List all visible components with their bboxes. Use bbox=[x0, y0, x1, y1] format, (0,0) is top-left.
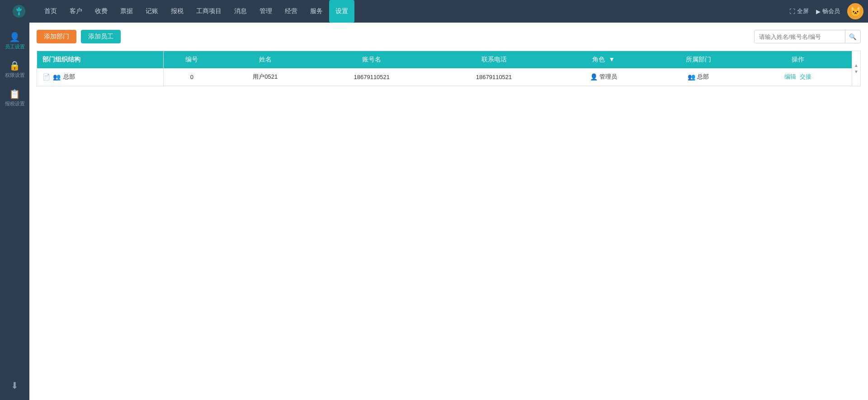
table-body: 0 用户0521 18679110521 18679110521 👤 管理员 👥… bbox=[164, 68, 852, 86]
nav-tax[interactable]: 报税 bbox=[165, 0, 190, 23]
dept-tree-header: 部门组织结构 bbox=[37, 51, 163, 68]
nav-service[interactable]: 服务 bbox=[304, 0, 329, 23]
col-phone: 联系电话 bbox=[433, 51, 555, 68]
sidebar-item-employee[interactable]: 👤 员工设置 bbox=[0, 27, 29, 56]
tax-setting-icon: 📋 bbox=[9, 89, 20, 99]
cell-account: 18679110521 bbox=[311, 68, 433, 86]
nav-settings[interactable]: 设置 bbox=[329, 0, 354, 23]
dept-tree-item-root[interactable]: 📄 👥 总部 bbox=[37, 68, 163, 85]
toolbar: 添加部门 添加员工 🔍 bbox=[37, 30, 861, 43]
cell-name: 用户0521 bbox=[220, 68, 311, 86]
role-person-icon: 👤 bbox=[590, 73, 598, 80]
dept-user-icon: 👥 bbox=[688, 73, 695, 80]
filter-icon[interactable]: ▼ bbox=[609, 56, 615, 63]
col-account: 账号名 bbox=[311, 51, 433, 68]
sidebar-item-tax-setting[interactable]: 📋 报税设置 bbox=[0, 84, 29, 113]
cell-id: 0 bbox=[164, 68, 220, 86]
employee-icon: 👤 bbox=[9, 33, 20, 42]
search-box: 🔍 bbox=[754, 30, 861, 43]
table-area: 部门组织结构 📄 👥 总部 编号 姓名 账号名 联系电话 bbox=[37, 51, 861, 86]
nav-business[interactable]: 工商项目 bbox=[190, 0, 228, 23]
sidebar-label-employee: 员工设置 bbox=[5, 43, 25, 50]
fullscreen-label: 全屏 bbox=[797, 7, 809, 15]
cell-dept: 👥 总部 bbox=[652, 68, 745, 86]
sidebar-item-permission[interactable]: 🔒 权限设置 bbox=[0, 56, 29, 84]
employee-table: 编号 姓名 账号名 联系电话 角色 ▼ 所属部门 操作 bbox=[164, 51, 852, 86]
download-icon: ⬇ bbox=[11, 381, 19, 390]
scroll-down-arrow[interactable]: ▼ bbox=[854, 69, 859, 75]
search-input[interactable] bbox=[755, 30, 845, 43]
col-action: 操作 bbox=[744, 51, 852, 68]
nav-fee[interactable]: 收费 bbox=[89, 0, 114, 23]
dept-label: 总部 bbox=[697, 73, 709, 81]
lock-icon: 🔒 bbox=[9, 61, 20, 70]
nav-manage[interactable]: 管理 bbox=[253, 0, 278, 23]
scroll-arrows: ▲ ▼ bbox=[852, 51, 860, 86]
table-row: 0 用户0521 18679110521 18679110521 👤 管理员 👥… bbox=[164, 68, 852, 86]
table-header: 编号 姓名 账号名 联系电话 角色 ▼ 所属部门 操作 bbox=[164, 51, 852, 68]
cell-actions: 编辑交接 bbox=[744, 68, 852, 86]
sidebar: 👤 员工设置 🔒 权限设置 📋 报税设置 ⬇ bbox=[0, 23, 29, 400]
col-id: 编号 bbox=[164, 51, 220, 68]
nav-items: 首页 客户 收费 票据 记账 报税 工商项目 消息 管理 经营 服务 设置 bbox=[38, 0, 789, 23]
col-dept: 所属部门 bbox=[652, 51, 745, 68]
add-emp-button[interactable]: 添加员工 bbox=[81, 30, 121, 43]
top-nav: 首页 客户 收费 票据 记账 报税 工商项目 消息 管理 经营 服务 设置 ⛶ … bbox=[0, 0, 868, 23]
fullscreen-icon: ⛶ bbox=[789, 8, 795, 15]
col-role: 角色 ▼ bbox=[555, 51, 652, 68]
action-0[interactable]: 编辑 bbox=[784, 73, 796, 80]
sidebar-bottom-btn[interactable]: ⬇ bbox=[0, 376, 29, 395]
fullscreen-btn[interactable]: ⛶ 全屏 bbox=[789, 7, 809, 15]
cell-role: 👤 管理员 bbox=[555, 68, 652, 86]
nav-right: ⛶ 全屏 ▶ 畅会员 🐱 bbox=[789, 3, 863, 19]
sidebar-label-tax-setting: 报税设置 bbox=[5, 100, 25, 107]
content-area: 添加部门 添加员工 🔍 部门组织结构 📄 👥 总部 bbox=[29, 23, 868, 400]
cell-phone: 18679110521 bbox=[433, 68, 555, 86]
nav-accounting[interactable]: 记账 bbox=[139, 0, 165, 23]
nav-home[interactable]: 首页 bbox=[38, 0, 63, 23]
action-1[interactable]: 交接 bbox=[800, 73, 811, 80]
add-dept-button[interactable]: 添加部门 bbox=[37, 30, 76, 43]
main-container: 👤 员工设置 🔒 权限设置 📋 报税设置 ⬇ 添加部门 添加员工 🔍 bbox=[0, 23, 868, 400]
dept-file-icon: 📄 bbox=[42, 73, 50, 80]
vip-btn[interactable]: ▶ 畅会员 bbox=[816, 7, 840, 15]
dept-tree: 部门组织结构 📄 👥 总部 bbox=[37, 51, 164, 86]
nav-invoice[interactable]: 票据 bbox=[114, 0, 139, 23]
nav-customer[interactable]: 客户 bbox=[63, 0, 89, 23]
sidebar-label-permission: 权限设置 bbox=[5, 72, 25, 79]
col-name: 姓名 bbox=[220, 51, 311, 68]
vip-icon: ▶ bbox=[816, 8, 821, 15]
nav-operation[interactable]: 经营 bbox=[278, 0, 304, 23]
search-icon: 🔍 bbox=[849, 33, 857, 40]
emp-table: 编号 姓名 账号名 联系电话 角色 ▼ 所属部门 操作 bbox=[164, 51, 852, 86]
dept-name: 总部 bbox=[63, 73, 75, 81]
search-button[interactable]: 🔍 bbox=[845, 30, 860, 43]
nav-message[interactable]: 消息 bbox=[228, 0, 253, 23]
dept-person-icon: 👥 bbox=[53, 73, 61, 80]
vip-label: 畅会员 bbox=[822, 7, 840, 15]
scroll-up-arrow[interactable]: ▲ bbox=[854, 62, 859, 69]
logo bbox=[5, 3, 33, 19]
role-label: 管理员 bbox=[599, 73, 617, 81]
avatar[interactable]: 🐱 bbox=[847, 3, 863, 19]
